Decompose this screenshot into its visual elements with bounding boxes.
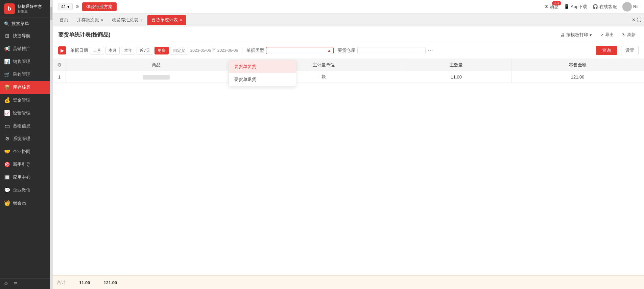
type-filter-group: 单据类型 ▲ [246, 47, 334, 54]
sidebar-item-marketing[interactable]: 📢 营销推广 [0, 42, 50, 55]
type-dropdown: 要货单要货 要货单退货 [229, 60, 296, 86]
header-left: 41 ▾ ⚙ 体验行业方案 [58, 2, 117, 11]
sidebar-label-marketing: 营销推广 [13, 46, 30, 52]
footer-amount-cell: 121.00 [104, 280, 117, 285]
wechat-icon: 💬 [4, 187, 10, 193]
col-qty: 主数量 [401, 59, 511, 71]
date-btn-more[interactable]: 更多 [154, 47, 169, 54]
sidebar-item-cooperation[interactable]: 🤝 企业协同 [0, 145, 50, 158]
column-settings-icon[interactable]: ⚙ [57, 62, 62, 68]
sidebar-item-system[interactable]: ⚙ 系统管理 [0, 132, 50, 145]
date-btn-this-year[interactable]: 本年 [121, 47, 135, 54]
dropdown-item-requisition-label: 要货单要货 [234, 64, 256, 69]
close-window-icon[interactable]: ✕ [632, 17, 636, 22]
date-btn-7days[interactable]: 近7天 [137, 47, 153, 54]
menu-toggle-icon[interactable]: ☰ [14, 281, 18, 286]
sidebar-bottom: ⚙ ☰ [0, 278, 50, 289]
warehouse-filter-group: 要货仓库 ⋯ [338, 47, 433, 54]
sidebar-item-sales[interactable]: 📊 销售管理 [0, 55, 50, 68]
sidebar-item-operation[interactable]: 📈 经营管理 [0, 107, 50, 119]
expand-filter-button[interactable]: ▶ [58, 46, 66, 54]
sidebar-item-newbie[interactable]: 🎯 新手引导 [0, 158, 50, 171]
date-filter-label: 单据日期 [70, 47, 88, 53]
sidebar-label-newbie: 新手引导 [13, 161, 30, 168]
footer-qty-value: 11.00 [79, 280, 90, 285]
search-menu-item[interactable]: 🔍 搜索菜单 [0, 18, 50, 29]
export-label: 导出 [605, 32, 614, 38]
message-badge: 99+ [552, 1, 561, 5]
type-input[interactable] [268, 48, 327, 53]
sidebar-item-finance[interactable]: 💰 资金管理 [0, 94, 50, 107]
sidebar-item-wechat[interactable]: 💬 企业微信 [0, 184, 50, 197]
app-download-label: App下载 [571, 4, 587, 10]
date-btn-last-month[interactable]: 上月 [90, 47, 104, 54]
tab-batch[interactable]: 库存批次账 × [73, 15, 107, 25]
sidebar-label-wechat: 企业微信 [13, 187, 30, 193]
sidebar-label-operation: 经营管理 [13, 110, 30, 116]
sidebar-label-shortcut: 快捷导航 [13, 33, 30, 39]
sidebar: b 畅捷通好生意 标准版 🔍 搜索菜单 ⊞ 快捷导航 📢 营销推广 📊 销售管理… [0, 0, 50, 289]
tab-home[interactable]: 首页 [55, 15, 72, 25]
tab-requisition[interactable]: 要货单统计表 × [147, 15, 186, 25]
customer-service-button[interactable]: 🎧 在线客服 [593, 4, 617, 10]
logo-icon: b [4, 3, 15, 14]
settings-icon[interactable]: ⚙ [4, 281, 8, 286]
refresh-icon: ↻ [622, 32, 626, 38]
tab-requisition-close[interactable]: × [180, 18, 182, 22]
filter-separator-1 [242, 47, 242, 54]
footer-total-label: 合计 [57, 280, 66, 286]
app-download-button[interactable]: 📱 App下载 [564, 4, 587, 10]
cell-index: 1 [53, 71, 66, 83]
store-name: 41 [61, 4, 66, 9]
gear-settings-icon[interactable]: ⚙ [75, 4, 79, 9]
tab-summary[interactable]: 收发存汇总表 × [108, 15, 146, 25]
sidebar-scrollbar [50, 0, 53, 289]
expand-window-icon[interactable]: ⛶ [637, 17, 641, 22]
print-label: 按模板打印 [566, 32, 588, 38]
tab-batch-close[interactable]: × [101, 18, 103, 22]
filter-bar: ▶ 单据日期 上月 本月 本年 近7天 更多 自定义 2023-05-06 至 … [53, 42, 644, 59]
date-btn-custom[interactable]: 自定义 [170, 47, 188, 54]
trial-button[interactable]: 体验行业方案 [82, 2, 117, 11]
user-avatar-area[interactable]: Rit [622, 2, 639, 12]
top-header: 41 ▾ ⚙ 体验行业方案 ✉ 消息 99+ 📱 App下载 🎧 在线客服 R [53, 0, 644, 14]
message-icon: ✉ [545, 4, 548, 9]
date-btn-this-month[interactable]: 本月 [105, 47, 120, 54]
service-label: 在线客服 [599, 4, 617, 10]
footer-qty-cell: 11.00 [79, 280, 90, 285]
table-wrap: ⚙ 商品 主计量单位 主数量 零售金额 1 块 [53, 59, 644, 275]
print-button[interactable]: 🖨 按模板打印 ▾ [558, 30, 595, 39]
message-button[interactable]: ✉ 消息 99+ [545, 4, 558, 10]
sales-icon: 📊 [4, 59, 10, 65]
operation-icon: 📈 [4, 110, 10, 116]
username-label: Rit [633, 4, 639, 9]
sidebar-label-system: 系统管理 [13, 136, 30, 142]
footer-amount-value: 121.00 [104, 280, 117, 285]
type-chevron-up-icon[interactable]: ▲ [327, 48, 331, 53]
main-area: 41 ▾ ⚙ 体验行业方案 ✉ 消息 99+ 📱 App下载 🎧 在线客服 R [53, 0, 644, 289]
sidebar-label-member: 畅会员 [13, 200, 26, 206]
export-button[interactable]: ↗ 导出 [597, 30, 617, 39]
sidebar-item-shortcut[interactable]: ⊞ 快捷导航 [0, 29, 50, 42]
tab-home-label: 首页 [59, 17, 68, 23]
page-title: 要货单统计表(按商品) [58, 31, 111, 39]
dropdown-item-return[interactable]: 要货单退货 [229, 73, 296, 86]
sidebar-item-basic[interactable]: 🗃 基础信息 [0, 119, 50, 132]
system-icon: ⚙ [4, 136, 10, 142]
store-selector[interactable]: 41 ▾ [58, 3, 73, 10]
sidebar-item-inventory[interactable]: 📦 库存核算 [0, 81, 50, 94]
refresh-button[interactable]: ↻ 刷新 [619, 30, 639, 39]
date-range-display: 2023-05-06 至 2023-06-06 [190, 48, 238, 53]
warehouse-more-icon[interactable]: ⋯ [428, 47, 433, 54]
filter-settings-button[interactable]: 设置 [621, 46, 639, 55]
sidebar-item-appcenter[interactable]: 🔲 应用中心 [0, 171, 50, 184]
sidebar-item-member[interactable]: 👑 畅会员 [0, 197, 50, 209]
basic-icon: 🗃 [4, 123, 10, 129]
tab-summary-close[interactable]: × [140, 18, 142, 22]
warehouse-input[interactable] [357, 47, 426, 54]
dropdown-item-requisition[interactable]: 要货单要货 [229, 60, 296, 73]
sidebar-item-purchase[interactable]: 🛒 采购管理 [0, 68, 50, 81]
export-icon: ↗ [600, 32, 604, 38]
query-button[interactable]: 查询 [596, 46, 617, 55]
refresh-label: 刷新 [627, 32, 636, 38]
